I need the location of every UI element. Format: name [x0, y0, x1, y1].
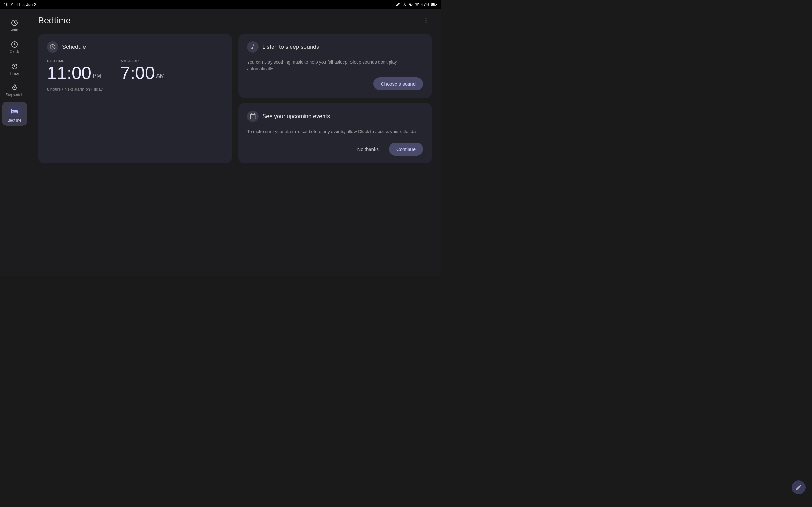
app-container: Alarm Clock Timer	[0, 9, 441, 276]
schedule-times: BEDTIME 11:00 PM WAKE-UP 7:00 AM	[47, 59, 223, 82]
wifi-icon	[415, 2, 419, 7]
schedule-card-icon	[47, 41, 58, 53]
schedule-card: Schedule BEDTIME 11:00 PM WAKE-UP 7:00	[38, 34, 232, 163]
status-time: 10:01	[4, 2, 14, 7]
upcoming-events-title: See your upcoming events	[262, 113, 330, 120]
main-content: Bedtime ⋮ Schedule BEDTI	[29, 9, 441, 276]
sleep-sounds-icon	[247, 41, 258, 53]
no-thanks-button[interactable]: No thanks	[352, 143, 384, 155]
sidebar-item-stopwatch-label: Stopwatch	[5, 93, 23, 97]
wakeup-value: 7:00 AM	[120, 64, 165, 82]
sidebar-item-clock[interactable]: Clock	[2, 37, 27, 57]
sleep-sounds-description: You can play soothing music to help you …	[247, 59, 423, 72]
sleep-sounds-header: Listen to sleep sounds	[247, 41, 423, 53]
choose-sound-button[interactable]: Choose a sound	[373, 77, 423, 90]
right-cards: Listen to sleep sounds You can play soot…	[238, 34, 432, 163]
upcoming-events-icon	[247, 111, 258, 122]
bedtime-block: BEDTIME 11:00 PM	[47, 59, 101, 82]
schedule-info: 8 hours • Next alarm on Friday	[47, 87, 223, 92]
schedule-card-header: Schedule	[47, 41, 223, 53]
wakeup-block: WAKE-UP 7:00 AM	[120, 59, 165, 82]
wakeup-suffix: AM	[156, 72, 165, 79]
sidebar-item-stopwatch[interactable]: Stopwatch	[2, 80, 27, 101]
wakeup-hour: 7:00	[120, 64, 155, 82]
bedtime-value: 11:00 PM	[47, 64, 101, 82]
more-menu-button[interactable]: ⋮	[420, 15, 432, 26]
alarm-icon	[11, 18, 18, 26]
bedtime-suffix: PM	[93, 72, 101, 79]
svg-point-3	[14, 87, 15, 88]
clock-icon	[11, 40, 18, 48]
stopwatch-icon	[11, 83, 18, 92]
wakeup-label: WAKE-UP	[120, 59, 165, 63]
schedule-card-title: Schedule	[62, 44, 86, 50]
upcoming-events-description: To make sure your alarm is set before an…	[247, 128, 423, 135]
status-bar: 10:01 Thu, Jun 2 67%	[0, 0, 441, 9]
sidebar-item-bedtime-label: Bedtime	[7, 118, 21, 123]
bedtime-icon	[8, 105, 21, 117]
status-left: 10:01 Thu, Jun 2	[4, 2, 36, 7]
status-right: 67%	[396, 2, 437, 7]
sleep-sounds-title: Listen to sleep sounds	[262, 44, 319, 50]
sidebar-item-timer[interactable]: Timer	[2, 58, 27, 78]
sleep-sounds-content: You can play soothing music to help you …	[247, 59, 423, 90]
continue-button[interactable]: Continue	[389, 143, 423, 156]
cards-grid: Schedule BEDTIME 11:00 PM WAKE-UP 7:00	[38, 34, 432, 163]
sidebar-item-timer-label: Timer	[9, 71, 19, 76]
page-title: Bedtime	[38, 15, 71, 26]
status-date: Thu, Jun 2	[17, 2, 36, 7]
bedtime-label: BEDTIME	[47, 59, 101, 63]
battery-text: 67%	[421, 2, 429, 7]
upcoming-events-actions: No thanks Continue	[247, 143, 423, 156]
upcoming-events-content: To make sure your alarm is set before an…	[247, 128, 423, 156]
sidebar-item-bedtime[interactable]: Bedtime	[2, 102, 27, 126]
mute-icon	[409, 2, 413, 7]
page-header: Bedtime ⋮	[38, 15, 432, 26]
sidebar: Alarm Clock Timer	[0, 9, 29, 276]
bedtime-hour: 11:00	[47, 64, 91, 82]
timer-icon	[11, 61, 18, 70]
upcoming-events-card: See your upcoming events To make sure yo…	[238, 103, 432, 163]
pencil-icon	[396, 2, 400, 7]
upcoming-events-header: See your upcoming events	[247, 111, 423, 122]
battery-icon	[432, 3, 437, 6]
sleep-sounds-card: Listen to sleep sounds You can play soot…	[238, 34, 432, 98]
sidebar-item-alarm[interactable]: Alarm	[2, 15, 27, 36]
svg-rect-2	[436, 4, 437, 5]
sidebar-item-alarm-label: Alarm	[9, 28, 19, 32]
alarm-status-icon	[402, 2, 407, 7]
svg-rect-1	[432, 3, 435, 5]
sidebar-item-clock-label: Clock	[9, 49, 19, 54]
